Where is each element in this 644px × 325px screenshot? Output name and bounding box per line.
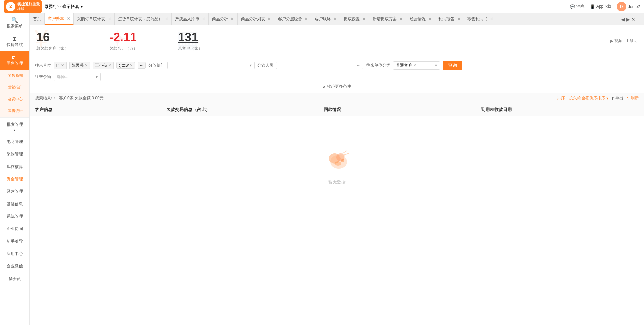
app-title: 畅捷通好生意 [17,2,40,7]
sidebar-item-retail-stats[interactable]: 零售统计 [0,105,29,117]
filter-tag-wang: 王小亮 ✕ [93,62,114,69]
message-button[interactable]: 💬 消息 [570,4,585,9]
sidebar-item-inventory[interactable]: 库存核算 [0,160,29,173]
sidebar-wholesale-label: 批发管理 [1,122,28,128]
sidebar-item-member[interactable]: 会员中心 [0,93,29,105]
sidebar-item-enterprise-wechat[interactable]: 企业微信 [0,260,29,273]
unit-class-caret: ▾ [435,63,437,68]
query-button[interactable]: 查询 [443,61,462,70]
tag-wu-close[interactable]: ✕ [61,63,64,68]
tab-product-list-close[interactable]: ✕ [268,17,271,21]
grid-icon: ⊞ [1,36,28,42]
tab-customer-ledger-close[interactable]: ✕ [67,16,70,21]
sidebar-item-app-center[interactable]: 应用中心 [0,248,29,260]
stat-debt-info: -2.11 欠款合计（万） [109,30,137,51]
tab-customer-contact[interactable]: 客户联络 ✕ [311,13,340,25]
tab-purchase-order-close[interactable]: ✕ [108,17,111,21]
tab-prev-button[interactable]: ◀ [621,16,625,22]
tag-cjttcw-text: cjttcw [119,63,129,68]
tab-next-button[interactable]: ▶ [626,16,630,22]
tab-product-analysis-label: 商品分析 [212,16,228,22]
tab-customer-contact-close[interactable]: ✕ [334,17,337,21]
tab-retail-profit[interactable]: 零售利润（ ✕ [464,13,497,25]
tab-operation-status[interactable]: 经营情况 ✕ [406,13,435,25]
tab-profit-report[interactable]: 利润报告 ✕ [435,13,464,25]
app-subtitle: 标版 [17,7,40,11]
help-button[interactable]: ℹ 帮助 [627,38,637,44]
sidebar-item-marketing[interactable]: 营销推广 [0,81,29,93]
sidebar-item-vip[interactable]: 畅会员 [0,273,29,285]
tab-operation-status-close[interactable]: ✕ [428,17,431,21]
sidebar-item-quick-nav[interactable]: ⊞ 快捷导航 [0,32,29,51]
tab-product-analysis[interactable]: 商品分析 ✕ [209,13,238,25]
collapse-button[interactable]: ∧ 收起更多条件 [323,84,351,89]
sidebar-item-retail-mall[interactable]: 零售商城 [0,70,29,81]
filter-tag-wu: 伍 ✕ [54,62,67,69]
tab-new-promotion-close[interactable]: ✕ [399,17,402,21]
tag-cjttcw-close[interactable]: ✕ [130,63,133,68]
stat-total-label: 总客户（家） [178,46,202,51]
svg-point-4 [339,153,345,159]
sidebar-item-new-guide[interactable]: 新手引导 [0,235,29,248]
store-selector[interactable]: 母婴行业演示帐套 ▾ [44,4,83,10]
person-dropdown[interactable]: ··· [276,62,363,69]
export-icon: ⬆ [611,96,614,101]
arrow-icon: ▾ [14,128,15,132]
tab-product-list[interactable]: 商品分析列表 ✕ [238,13,274,25]
sort-button[interactable]: 排序：按欠款金额倒序排序 ▾ [557,95,608,101]
user-avatar: D [617,2,626,11]
dept-dropdown[interactable]: ··· ▾ [167,62,255,69]
tab-purchase-order[interactable]: 采购订单统计表 ✕ [74,13,115,25]
user-menu[interactable]: D demo2 [617,2,640,11]
sidebar-item-finance[interactable]: 资金管理 [0,173,29,185]
tab-expand-button[interactable]: ⛶ [637,16,641,22]
balance-dropdown[interactable]: 选择... ▾ [54,73,101,81]
sidebar-item-system[interactable]: 系统管理 [0,210,29,223]
tab-new-promotion-label: 新增提成方案 [373,16,397,22]
tab-close-all-button[interactable]: ✕ [631,16,635,22]
tab-promotion-settings-close[interactable]: ✕ [362,17,366,21]
tab-customer-segment-close[interactable]: ✕ [305,17,308,21]
tab-profit-report-close[interactable]: ✕ [457,17,460,21]
tag-more-dots[interactable]: ··· [140,63,143,68]
sidebar-purchase-label: 采购管理 [1,151,28,157]
app-download-button[interactable]: 📱 App下载 [590,4,611,9]
tab-retail-profit-close[interactable]: ✕ [490,17,493,21]
tab-promotion-settings[interactable]: 提成设置 ✕ [340,13,369,25]
sidebar-item-operations[interactable]: 经营管理 [0,185,29,198]
tab-customer-ledger[interactable]: 客户账本 ✕ [45,13,74,25]
collapse-label: 收起更多条件 [327,84,351,89]
sidebar: 🔍 搜索菜单 ⊞ 快捷导航 🛍 零售管理 零售商城 营销推广 会员中心 零售统计 [0,13,30,325]
empty-state: 暂无数据 [30,116,644,212]
sidebar-item-basic-info[interactable]: 基础信息 [0,198,29,210]
tab-customer-segment[interactable]: 客户分层经营 ✕ [274,13,311,25]
tab-purchase-stats[interactable]: 进货单统计表（按商品） ✕ [115,13,172,25]
tag-chen-close[interactable]: ✕ [85,63,88,68]
sidebar-item-purchase[interactable]: 采购管理 [0,148,29,160]
sidebar-item-search[interactable]: 🔍 搜索菜单 [0,13,29,32]
export-button[interactable]: ⬆ 导出 [611,95,624,101]
tab-product-inbound-close[interactable]: ✕ [202,17,205,21]
tab-purchase-stats-close[interactable]: ✕ [165,17,168,21]
unit-class-tag-close[interactable]: ✕ [413,63,416,68]
video-button[interactable]: ▶ 视频 [610,38,622,44]
sidebar-item-enterprise-collab[interactable]: 企业协同 [0,223,29,235]
tab-retail-profit-label: 零售利润（ [467,16,487,22]
tag-chen-text: 陈民强 [72,63,84,68]
refresh-button[interactable]: ↻ 刷新 [626,95,639,101]
filter-tag-more[interactable]: ··· [138,62,146,69]
unit-class-dropdown[interactable]: 普通客户 ✕ ▾ [393,61,440,70]
tag-wang-close[interactable]: ✕ [108,63,111,68]
sidebar-search-label: 搜索菜单 [1,23,28,29]
tab-bar: 首页 客户账本 ✕ 采购订单统计表 ✕ 进货单统计表（按商品） ✕ 产成品入库单… [30,13,644,25]
sidebar-item-retail-mgmt[interactable]: 🛍 零售管理 [0,51,29,70]
sidebar-inventory-label: 库存核算 [1,164,28,170]
tab-new-promotion[interactable]: 新增提成方案 ✕ [369,13,406,25]
sidebar-item-ecommerce[interactable]: 电商管理 [0,136,29,148]
stat-customers-info: 16 总欠款客户（家） [36,30,69,51]
tab-product-analysis-close[interactable]: ✕ [231,17,234,21]
tab-product-inbound[interactable]: 产成品入库单 ✕ [172,13,209,25]
stat-customers-label: 总欠款客户（家） [36,46,69,51]
sidebar-item-wholesale[interactable]: 批发管理 ▾ [0,118,29,136]
tab-home[interactable]: 首页 [30,13,45,25]
